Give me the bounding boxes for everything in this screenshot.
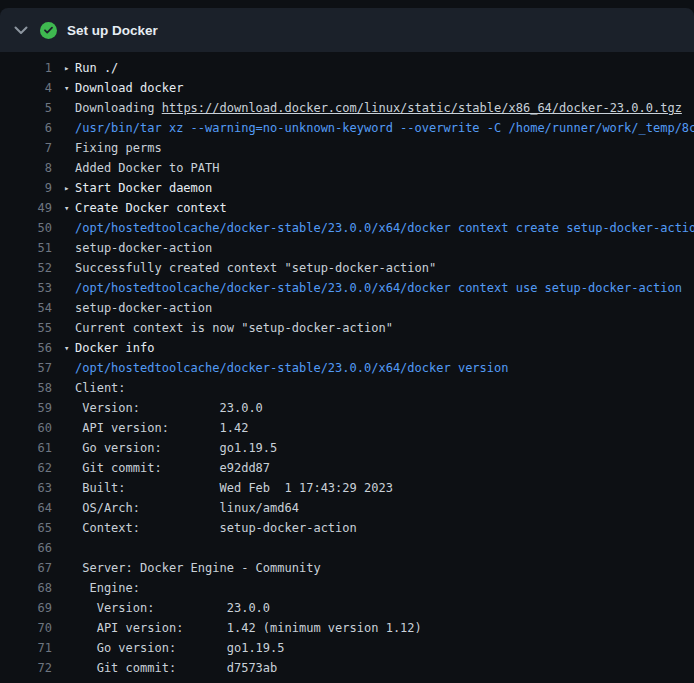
line-number[interactable]: 51	[0, 238, 52, 258]
actions-log-page: { "header": { "title": "Set up Docker", …	[0, 0, 694, 683]
line-number[interactable]: 57	[0, 358, 52, 378]
log-line[interactable]: 51setup-docker-action	[0, 238, 694, 258]
command-text: /opt/hostedtoolcache/docker-stable/23.0.…	[75, 358, 508, 378]
line-number[interactable]: 69	[0, 598, 52, 618]
log-line[interactable]: 70 API version: 1.42 (minimum version 1.…	[0, 618, 694, 638]
command-text: /usr/bin/tar xz --warning=no-unknown-key…	[75, 118, 694, 138]
line-number[interactable]: 55	[0, 318, 52, 338]
line-number[interactable]: 67	[0, 558, 52, 578]
group-title: Start Docker daemon	[75, 178, 212, 198]
arrow-spacer	[64, 358, 75, 378]
log-line[interactable]: 59 Version: 23.0.0	[0, 398, 694, 418]
log-line[interactable]: 62 Git commit: e92dd87	[0, 458, 694, 478]
log-line[interactable]: 65 Context: setup-docker-action	[0, 518, 694, 538]
log-text: setup-docker-action	[75, 298, 212, 318]
line-number[interactable]: 7	[0, 138, 52, 158]
log-text: Downloading https://download.docker.com/…	[75, 98, 682, 118]
log-line[interactable]: 72 Git commit: d7573ab	[0, 658, 694, 678]
log-line[interactable]: 53/opt/hostedtoolcache/docker-stable/23.…	[0, 278, 694, 298]
command-text: /opt/hostedtoolcache/docker-stable/23.0.…	[75, 218, 694, 238]
log-text: Git commit: d7573ab	[75, 658, 277, 678]
log-text: Server: Docker Engine - Community	[75, 558, 321, 578]
line-number[interactable]: 53	[0, 278, 52, 298]
line-number[interactable]: 66	[0, 538, 52, 558]
log-line[interactable]: 8Added Docker to PATH	[0, 158, 694, 178]
log-line[interactable]: 52Successfully created context "setup-do…	[0, 258, 694, 278]
line-number[interactable]: 70	[0, 618, 52, 638]
group-title: Create Docker context	[75, 198, 227, 218]
line-number[interactable]: 64	[0, 498, 52, 518]
collapse-group-icon[interactable]: ▾	[64, 338, 75, 358]
log-text: Downloading	[75, 101, 162, 115]
log-text: Added Docker to PATH	[75, 158, 220, 178]
line-number[interactable]: 6	[0, 118, 52, 138]
log-line[interactable]: 60 API version: 1.42	[0, 418, 694, 438]
log-line[interactable]: 6/usr/bin/tar xz --warning=no-unknown-ke…	[0, 118, 694, 138]
collapse-group-icon[interactable]: ▾	[64, 198, 75, 218]
log-line[interactable]: 5Downloading https://download.docker.com…	[0, 98, 694, 118]
line-number[interactable]: 71	[0, 638, 52, 658]
line-number[interactable]: 58	[0, 378, 52, 398]
line-number[interactable]: 59	[0, 398, 52, 418]
log-area: 1▸Run ./4▾Download docker5Downloading ht…	[0, 52, 694, 678]
arrow-spacer	[64, 418, 75, 438]
log-line[interactable]: 68 Engine:	[0, 578, 694, 598]
step-header[interactable]: Set up Docker	[0, 8, 694, 52]
log-text: Current context is now "setup-docker-act…	[75, 318, 393, 338]
log-line[interactable]: 67 Server: Docker Engine - Community	[0, 558, 694, 578]
line-number[interactable]: 60	[0, 418, 52, 438]
arrow-spacer	[64, 538, 75, 558]
line-number[interactable]: 49	[0, 198, 52, 218]
arrow-spacer	[64, 138, 75, 158]
log-line[interactable]: 54setup-docker-action	[0, 298, 694, 318]
line-number[interactable]: 56	[0, 338, 52, 358]
log-text: Go version: go1.19.5	[75, 638, 285, 658]
line-number[interactable]: 52	[0, 258, 52, 278]
arrow-spacer	[64, 278, 75, 298]
success-check-icon	[40, 22, 57, 39]
line-number[interactable]: 9	[0, 178, 52, 198]
log-line[interactable]: 61 Go version: go1.19.5	[0, 438, 694, 458]
group-title: Run ./	[75, 58, 118, 78]
arrow-spacer	[64, 558, 75, 578]
expand-group-icon[interactable]: ▸	[64, 58, 75, 78]
arrow-spacer	[64, 518, 75, 538]
collapse-group-icon[interactable]: ▾	[64, 78, 75, 98]
log-line[interactable]: 4▾Download docker	[0, 78, 694, 98]
line-number[interactable]: 5	[0, 98, 52, 118]
log-line[interactable]: 56▾Docker info	[0, 338, 694, 358]
line-number[interactable]: 62	[0, 458, 52, 478]
log-line[interactable]: 49▾Create Docker context	[0, 198, 694, 218]
log-line[interactable]: 7Fixing perms	[0, 138, 694, 158]
log-line[interactable]: 1▸Run ./	[0, 58, 694, 78]
line-number[interactable]: 1	[0, 58, 52, 78]
log-line[interactable]: 69 Version: 23.0.0	[0, 598, 694, 618]
line-number[interactable]: 4	[0, 78, 52, 98]
log-text: Client:	[75, 378, 126, 398]
log-line[interactable]: 9▸Start Docker daemon	[0, 178, 694, 198]
log-line[interactable]: 55Current context is now "setup-docker-a…	[0, 318, 694, 338]
log-line[interactable]: 57/opt/hostedtoolcache/docker-stable/23.…	[0, 358, 694, 378]
arrow-spacer	[64, 458, 75, 478]
chevron-down-icon[interactable]	[12, 26, 30, 35]
line-number[interactable]: 61	[0, 438, 52, 458]
log-line[interactable]: 66	[0, 538, 694, 558]
line-number[interactable]: 54	[0, 298, 52, 318]
expand-group-icon[interactable]: ▸	[64, 178, 75, 198]
log-link[interactable]: https://download.docker.com/linux/static…	[162, 101, 682, 115]
line-number[interactable]: 72	[0, 658, 52, 678]
log-line[interactable]: 50/opt/hostedtoolcache/docker-stable/23.…	[0, 218, 694, 238]
arrow-spacer	[64, 378, 75, 398]
arrow-spacer	[64, 298, 75, 318]
log-line[interactable]: 64 OS/Arch: linux/amd64	[0, 498, 694, 518]
arrow-spacer	[64, 118, 75, 138]
log-line[interactable]: 63 Built: Wed Feb 1 17:43:29 2023	[0, 478, 694, 498]
line-number[interactable]: 68	[0, 578, 52, 598]
log-line[interactable]: 58Client:	[0, 378, 694, 398]
line-number[interactable]: 65	[0, 518, 52, 538]
line-number[interactable]: 8	[0, 158, 52, 178]
log-line[interactable]: 71 Go version: go1.19.5	[0, 638, 694, 658]
line-number[interactable]: 63	[0, 478, 52, 498]
line-number[interactable]: 50	[0, 218, 52, 238]
log-text: Engine:	[75, 578, 140, 598]
